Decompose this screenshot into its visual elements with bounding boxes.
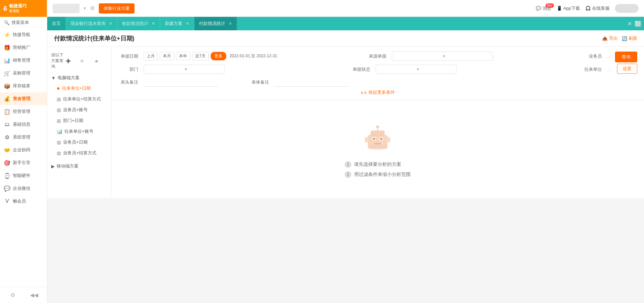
content-area: 按以下方案查询 ➕ ⚙ ◀ ▼ 电脑端方案 ● 往来单位+日期 ▦ — [47, 47, 644, 198]
scheme-item-unit-account[interactable]: 📊 往来单位+账号 — [47, 126, 111, 137]
message-btn[interactable]: 💬 消息 99+ — [536, 5, 551, 11]
filter-row-notes: 表头备注 表体备注 — [118, 78, 611, 87]
topbar-gear-icon[interactable]: ⚙ — [90, 5, 95, 11]
scheme-item-unit-settle[interactable]: ▦ 往来单位+结算方式 — [47, 94, 111, 104]
fund-label: 资金管理 — [13, 96, 30, 102]
tab-bank[interactable]: 现金银行流水查询 ✕ — [66, 17, 117, 30]
sidebar: 6 畅捷通巧 标准版 🔍 搜索菜单 ⚡ 快捷导航 🎁 营销推广 📊 销售管理 🛒… — [0, 0, 47, 303]
user-avatar[interactable] — [615, 4, 639, 13]
sidebar-item-inventory[interactable]: 📦 库存核算 — [0, 80, 47, 92]
scheme-item-label-1: 往来单位+结算方式 — [63, 96, 101, 102]
scheme-item-unit-date[interactable]: ● 往来单位+日期 — [47, 83, 111, 94]
app-icon: 📱 — [557, 6, 562, 11]
svg-rect-2 — [371, 130, 385, 136]
member-label: 畅会员 — [13, 198, 26, 204]
tab-payment-close-icon[interactable]: ✕ — [229, 21, 232, 26]
tab-home[interactable]: 首页 — [47, 17, 66, 30]
tab-receipt-label: 收款情况统计 — [122, 21, 148, 27]
query-btn[interactable]: 查询 — [615, 52, 637, 62]
date-options-group: 上月 本月 本年 近7天 更多 2022-01-01 至 2022-12-31 — [144, 52, 277, 60]
tab-new-close-icon[interactable]: ✕ — [186, 21, 189, 26]
sidebar-item-operation[interactable]: 📋 经营管理 — [0, 105, 47, 118]
scheme-item-staff-account[interactable]: ▦ 业务员+账号 — [47, 104, 111, 115]
source-chevron-icon: ▾ — [443, 54, 489, 59]
refresh-btn[interactable]: 🔄 刷新 — [622, 35, 637, 41]
quicknav-label: 快捷导航 — [13, 32, 30, 38]
status-select[interactable]: ▾ — [376, 65, 457, 74]
scheme-group-mobile-title[interactable]: ▶ 移动端方案 — [47, 161, 111, 171]
workspace-chevron-icon[interactable]: ▾ — [84, 6, 86, 11]
date-btn-more[interactable]: 更多 — [211, 52, 226, 60]
tab-home-label: 首页 — [52, 21, 61, 27]
filter-row-date: 单据日期 上月 本月 本年 近7天 更多 2022-01-01 至 2022-1… — [118, 52, 611, 61]
message-badge: 99+ — [546, 3, 554, 8]
collapse-filter-btn[interactable]: ∧∧ 收起更多条件 — [360, 89, 395, 95]
add-scheme-icon[interactable]: ➕ — [66, 59, 78, 63]
right-panel: 单据日期 上月 本月 本年 近7天 更多 2022-01-01 至 2022-1… — [111, 47, 644, 198]
scheme-item-staff-settle[interactable]: ▦ 业务员+结算方式 — [47, 148, 111, 158]
workspace-avatar — [53, 4, 80, 13]
sidebar-item-sales[interactable]: 📊 销售管理 — [0, 54, 47, 67]
app-download-btn[interactable]: 📱 App下载 — [557, 5, 580, 11]
tab-receipt[interactable]: 收款情况统计 ✕ — [117, 17, 160, 30]
sidebar-item-fund[interactable]: 💰 资金管理 — [0, 92, 47, 105]
tab-new[interactable]: 新建方案 ✕ — [160, 17, 194, 30]
staff-select-dots[interactable]: ... — [607, 54, 611, 59]
sidebar-item-guide[interactable]: 🎯 新手引导 — [0, 156, 47, 169]
date-btn-this-month[interactable]: 本月 — [160, 52, 174, 60]
svg-point-6 — [380, 138, 383, 140]
marketing-label: 营销推广 — [13, 44, 30, 51]
sidebar-item-system[interactable]: ⚙ 系统管理 — [0, 131, 47, 144]
tab-close-all-btn[interactable]: ✕ — [627, 21, 632, 27]
online-service-btn[interactable]: 🎧 在线客服 — [585, 5, 610, 11]
sidebar-item-wechat[interactable]: 💬 企业微信 — [0, 182, 47, 195]
service-icon: 🎧 — [585, 6, 591, 11]
scheme-item-label-2: 业务员+账号 — [63, 107, 88, 113]
tab-payment[interactable]: 付款情况统计 ✕ — [194, 17, 237, 30]
export-btn[interactable]: 📤 导出 — [602, 35, 618, 41]
filter-settings-btn[interactable]: 设置 — [617, 64, 637, 74]
sidebar-item-quicknav[interactable]: ⚡ 快捷导航 — [0, 28, 47, 41]
hint-text-1: 请先选择要分析的方案 — [354, 161, 401, 168]
scheme-item-dept-date[interactable]: ▦ 部门+日期 — [47, 115, 111, 126]
page-title: 付款情况统计(往来单位+日期) — [54, 34, 135, 42]
member-icon: V — [4, 198, 10, 204]
tab-bank-label: 现金银行流水查询 — [70, 21, 106, 27]
scheme-settings-icon[interactable]: ⚙ — [80, 59, 93, 63]
tab-receipt-close-icon[interactable]: ✕ — [152, 21, 155, 26]
guide-label: 新手引导 — [13, 160, 30, 166]
purchase-label: 采购管理 — [13, 70, 30, 76]
search-menu[interactable]: 🔍 搜索菜单 — [0, 17, 47, 28]
filter-row-dept: 部门 ▾ 单据状态 ▾ — [118, 65, 611, 74]
scheme-item-staff-date[interactable]: ▦ 业务员+日期 — [47, 137, 111, 148]
sidebar-item-hardware[interactable]: ⌚ 智能硬件 — [0, 169, 47, 182]
date-btn-this-year[interactable]: 本年 — [176, 52, 190, 60]
scheme-item-icon-4: 📊 — [57, 129, 62, 134]
collapse-sidebar-btn[interactable]: ◀◀ — [24, 290, 45, 300]
collapse-panel-icon[interactable]: ◀ — [94, 59, 107, 63]
body-note-input[interactable] — [274, 78, 349, 87]
topbar: ▾ ⚙ 体验行业方案 💬 消息 99+ 📱 App下载 🎧 在线客服 — [47, 0, 644, 17]
source-select[interactable]: ▾ — [392, 52, 493, 61]
app-label: App下载 — [563, 5, 580, 11]
settings-bottom-btn[interactable]: ⚙ — [3, 290, 23, 300]
page-header-actions: 📤 导出 🔄 刷新 — [602, 35, 637, 41]
svg-rect-1 — [368, 135, 387, 149]
tab-payment-label: 付款情况统计 — [199, 21, 225, 27]
sidebar-item-enterprise[interactable]: 🤝 企业协同 — [0, 144, 47, 156]
trial-btn[interactable]: 体验行业方案 — [99, 3, 135, 13]
date-btn-last-month[interactable]: 上月 — [144, 52, 158, 60]
tab-maximize-btn[interactable]: ⬜ — [635, 21, 641, 27]
unit-select-dots[interactable]: ... — [607, 67, 611, 72]
tab-bank-close-icon[interactable]: ✕ — [109, 21, 112, 26]
sidebar-item-purchase[interactable]: 🛒 采购管理 — [0, 67, 47, 80]
sidebar-item-marketing[interactable]: 🎁 营销推广 — [0, 41, 47, 54]
sidebar-item-basicinfo[interactable]: 🗂 基础信息 — [0, 118, 47, 131]
header-note-input[interactable] — [144, 78, 218, 87]
date-btn-7days[interactable]: 近7天 — [192, 52, 209, 60]
dept-select[interactable]: ▾ — [144, 65, 225, 74]
sidebar-item-member[interactable]: V 畅会员 — [0, 195, 47, 208]
scheme-group-desktop-title[interactable]: ▼ 电脑端方案 — [47, 73, 111, 83]
operation-icon: 📋 — [4, 109, 10, 115]
scheme-item-label-0: 往来单位+日期 — [62, 85, 91, 91]
